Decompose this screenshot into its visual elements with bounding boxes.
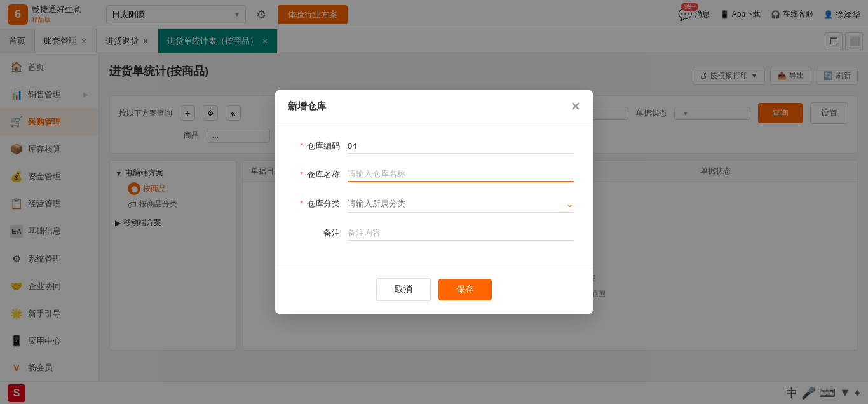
name-label-text: 仓库名称 — [307, 170, 340, 179]
category-dropdown-icon: ⌄ — [566, 198, 574, 210]
form-row-category: * 仓库分类 ⌄ — [294, 195, 574, 213]
note-label: 备注 — [294, 227, 340, 239]
warehouse-category-input[interactable] — [348, 199, 566, 208]
category-required-star: * — [300, 199, 303, 208]
cancel-button[interactable]: 取消 — [376, 278, 431, 301]
warehouse-note-input[interactable] — [348, 226, 574, 241]
category-label-text: 仓库分类 — [307, 199, 340, 208]
save-button[interactable]: 保存 — [438, 279, 492, 300]
warehouse-code-input[interactable] — [348, 138, 574, 154]
modal-footer: 取消 保存 — [275, 269, 593, 314]
modal-title: 新增仓库 — [288, 100, 326, 112]
warehouse-category-select[interactable]: ⌄ — [348, 195, 574, 213]
category-label: * 仓库分类 — [294, 198, 340, 210]
code-label-text: 仓库编码 — [307, 141, 340, 151]
modal-header: 新增仓库 ✕ — [275, 90, 593, 123]
name-label: * 仓库名称 — [294, 169, 340, 180]
modal-close-icon[interactable]: ✕ — [571, 101, 580, 112]
modal-overlay: 新增仓库 ✕ * 仓库编码 * 仓库名称 — [0, 0, 868, 404]
new-warehouse-modal: 新增仓库 ✕ * 仓库编码 * 仓库名称 — [275, 90, 593, 314]
name-required-star: * — [300, 170, 303, 179]
modal-body: * 仓库编码 * 仓库名称 * 仓库分类 — [275, 123, 593, 269]
note-label-text: 备注 — [323, 228, 340, 238]
form-row-name: * 仓库名称 — [294, 166, 574, 182]
code-label: * 仓库编码 — [294, 140, 340, 152]
form-row-note: 备注 — [294, 226, 574, 241]
warehouse-name-input[interactable] — [348, 166, 574, 182]
code-required-star: * — [300, 141, 303, 151]
form-row-code: * 仓库编码 — [294, 138, 574, 154]
